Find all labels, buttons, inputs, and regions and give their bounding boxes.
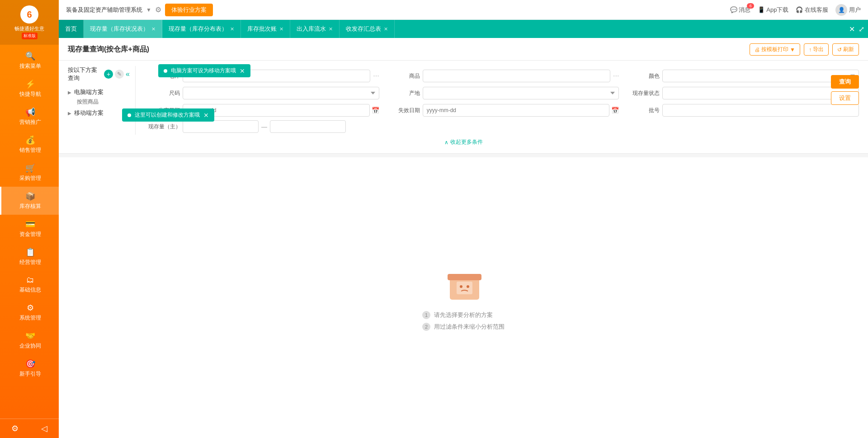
message-button[interactable]: 💬 消息 6 (730, 6, 751, 14)
tooltip-dot-1 (164, 69, 167, 73)
tab-inventory-dist-close[interactable]: ✕ (230, 26, 234, 32)
amount-dash: — (261, 123, 267, 130)
tab-home-label: 首页 (65, 25, 77, 33)
filter-actions: + ✎ « (104, 70, 130, 79)
edit-scheme-button[interactable]: ✎ (115, 70, 124, 79)
warehouse-dots[interactable]: ··· (373, 72, 379, 80)
template-print-button[interactable]: 🖨 按模板打印 ▼ (750, 43, 800, 56)
search-icon: 🔍 (25, 51, 35, 61)
trial-button[interactable]: 体验行业方案 (165, 4, 213, 16)
expire-date-calendar-icon[interactable]: 📅 (611, 107, 619, 114)
print-icon: 🖨 (755, 47, 760, 53)
tab-inout[interactable]: 出入库流水 ✕ (290, 20, 340, 38)
inventory-status-select[interactable] (662, 87, 859, 99)
message-badge: 6 (747, 3, 754, 9)
color-select[interactable] (662, 70, 859, 82)
tab-inventory-status-close[interactable]: ✕ (151, 26, 156, 32)
export-label: 导出 (813, 46, 824, 53)
tab-receive-label: 收发存汇总表 (346, 25, 381, 33)
goods-dots[interactable]: ··· (613, 72, 619, 80)
sidebar-item-guide[interactable]: 🎯 新手引导 (0, 354, 59, 382)
page-title-row: 现存量查询(按仓库+商品) 🖨 按模板打印 ▼ ↑ 导出 ↺ 刷新 (68, 43, 859, 60)
sidebar-bottom: ⚙ ◁ (0, 419, 59, 438)
scheme-mobile-label: 移动端方案 (74, 109, 104, 117)
basic-icon: 🗂 (26, 275, 34, 285)
app-download-button[interactable]: 📱 App下载 (758, 6, 788, 14)
left-eye (460, 285, 462, 288)
collapse-sidebar-button[interactable]: ◁ (41, 424, 47, 433)
sidebar-item-label: 采购管理 (19, 174, 41, 182)
sidebar-item-basic[interactable]: 🗂 基础信息 (0, 271, 59, 298)
empty-illustration (441, 261, 486, 302)
batch-input[interactable] (662, 104, 859, 117)
inventory-main-to-input[interactable] (270, 120, 346, 133)
tooltip-close-2[interactable]: ✕ (203, 112, 209, 119)
reset-button[interactable]: 设置 (831, 91, 859, 105)
empty-steps: 1 请先选择要分析的方案 2 用过滤条件来缩小分析范围 (422, 311, 505, 334)
sidebar-item-marketing[interactable]: 📢 营销推广 (0, 103, 59, 131)
sidebar-item-search[interactable]: 🔍 搜索菜单 (0, 47, 59, 75)
tab-batch[interactable]: 库存批次账 ✕ (241, 20, 290, 38)
expand-button[interactable]: ⤢ (859, 25, 864, 33)
step-num-2: 2 (422, 323, 430, 331)
online-support-button[interactable]: 🎧 在线客服 (796, 6, 828, 14)
filter-origin-field: 产地 (388, 87, 619, 99)
back-button[interactable]: « (126, 70, 130, 78)
expand-arrow-mobile: ▶ (68, 111, 71, 116)
tab-inout-close[interactable]: ✕ (329, 26, 333, 32)
expire-date-input[interactable] (423, 104, 610, 117)
tab-batch-close[interactable]: ✕ (279, 26, 283, 32)
sidebar-item-sales[interactable]: 💰 销售管理 (0, 131, 59, 159)
settings-button[interactable]: ⚙ (11, 424, 19, 433)
sidebar-item-inventory[interactable]: 📦 库存核算 (0, 187, 59, 215)
sidebar-item-enterprise[interactable]: 🤝 企业协同 (0, 326, 59, 354)
origin-select[interactable] (423, 87, 619, 99)
tab-inventory-status[interactable]: 现存量（库存状况表） ✕ (84, 20, 162, 38)
sidebar-item-label: 销售管理 (19, 146, 41, 154)
filter-size-field: 尺码 (148, 87, 379, 99)
tooltip-close-1[interactable]: ✕ (240, 67, 245, 75)
user-menu[interactable]: 👤 用户 (835, 4, 861, 16)
refresh-button[interactable]: ↺ 刷新 (832, 43, 859, 56)
tab-receive[interactable]: 收发存汇总表 ✕ (340, 20, 395, 38)
sidebar-item-system[interactable]: ⚙ 系统管理 (0, 298, 59, 326)
inventory-main-from-input[interactable] (183, 120, 259, 133)
size-select[interactable] (183, 87, 379, 99)
system-icon: ⚙ (27, 303, 34, 313)
box-lid (448, 274, 481, 280)
page-actions: 🖨 按模板打印 ▼ ↑ 导出 ↺ 刷新 (750, 43, 859, 56)
logo-text: 畅捷通好生意 (14, 25, 44, 32)
page-header: 现存量查询(按仓库+商品) 🖨 按模板打印 ▼ ↑ 导出 ↺ 刷新 (59, 38, 868, 61)
tab-inventory-dist[interactable]: 现存量（库存分布表） ✕ (162, 20, 241, 38)
right-eye (467, 285, 469, 288)
empty-step-2: 2 用过滤条件来缩小分析范围 (422, 323, 505, 331)
sidebar-item-label: 经营管理 (19, 259, 41, 266)
sidebar-item-operations[interactable]: 📋 经营管理 (0, 243, 59, 271)
export-button[interactable]: ↑ 导出 (804, 43, 829, 56)
sidebar-item-purchase[interactable]: 🛒 采购管理 (0, 159, 59, 187)
topbar-right: 💬 消息 6 📱 App下载 🎧 在线客服 👤 用户 (730, 4, 861, 16)
logo-tag: 标准版 (22, 33, 38, 39)
filter-grid: 仓库 ··· 商品 ··· 颜色 (148, 70, 859, 117)
sidebar-item-label: 库存核算 (19, 203, 41, 210)
sidebar-item-finance[interactable]: 💳 资金管理 (0, 215, 59, 243)
close-all-tabs-button[interactable]: ✕ (849, 25, 855, 33)
add-scheme-button[interactable]: + (104, 70, 113, 79)
search-button[interactable]: 查询 (831, 75, 859, 89)
system-dropdown-icon[interactable]: ▼ (146, 7, 151, 13)
empty-step-1: 1 请先选择要分析的方案 (422, 311, 505, 319)
tab-home[interactable]: 首页 (59, 20, 84, 38)
goods-input[interactable] (423, 70, 610, 82)
sidebar-item-quicknav[interactable]: ⚡ 快捷导航 (0, 75, 59, 103)
settings-gear-icon[interactable]: ⚙ (155, 5, 161, 14)
tabbar-controls: ✕ ⤢ (845, 20, 868, 38)
scheme-item-pc[interactable]: ▶ 电脑端方案 (68, 87, 130, 98)
message-icon: 💬 (730, 6, 737, 13)
tab-receive-close[interactable]: ✕ (384, 26, 388, 32)
produce-date-calendar-icon[interactable]: 📅 (372, 107, 379, 114)
scheme-item-mobile[interactable]: ▶ 移动端方案 (68, 108, 130, 118)
collapse-button[interactable]: ∧ 收起更多条件 (68, 135, 859, 148)
filter-inventory-status-field: 现存量状态 (628, 87, 859, 99)
sidebar-item-label: 搜索菜单 (19, 62, 41, 70)
export-icon: ↑ (809, 47, 811, 53)
